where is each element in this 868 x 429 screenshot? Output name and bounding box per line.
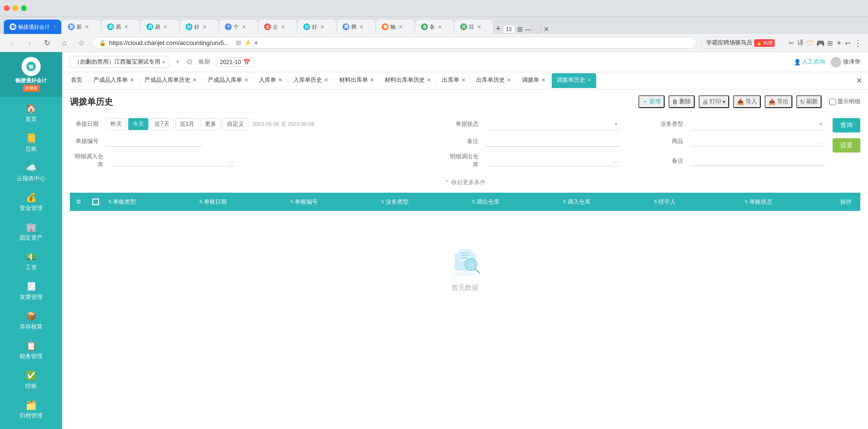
sidebar-item-tax[interactable]: 📋 税务管理 <box>0 336 62 365</box>
sidebar-item-inventory[interactable]: 📦 库存核算 <box>0 306 62 336</box>
out-warehouse-input[interactable] <box>486 155 611 166</box>
sidebar-item-invoice[interactable]: 🧾 发票管理 <box>0 276 62 306</box>
page-tab-close-11[interactable]: ✕ <box>587 77 591 83</box>
period-value[interactable]: 2021-10 📅 <box>216 57 255 67</box>
page-tab-close-1[interactable]: ✕ <box>130 77 134 83</box>
sidebar-item-settle[interactable]: ✅ 结账 <box>0 365 62 395</box>
page-tab-3[interactable]: 产成品入库单 ✕ <box>203 73 253 88</box>
close-all-tabs-btn[interactable]: ✕ <box>854 74 864 87</box>
browser-tab-11[interactable]: 各 各 ✕ <box>415 20 454 34</box>
sidebar-item-settings[interactable]: ⚙️ 基础设置 <box>0 425 62 429</box>
forward-btn[interactable]: › <box>23 36 36 50</box>
page-tab-close-8[interactable]: ✕ <box>461 77 466 83</box>
sidebar-item-reports[interactable]: ☁️ 云报表中心 <box>0 158 62 187</box>
browser-tab[interactable]: 畅 畅捷通好会计 ✕ <box>4 20 61 34</box>
note-input[interactable] <box>486 136 620 147</box>
service-btn[interactable]: 👤 人工咨询 <box>794 58 825 66</box>
page-tab-9[interactable]: 出库单历史 ✕ <box>471 73 516 88</box>
back-btn[interactable]: ‹ <box>6 36 19 50</box>
sidebar-item-salary[interactable]: 💵 工资 <box>0 247 62 276</box>
in-warehouse-ellipsis[interactable]: … <box>228 157 234 164</box>
th-in[interactable]: ⇅ 调入仓库 <box>559 193 650 211</box>
date-btn-today[interactable]: 今天 <box>128 118 148 130</box>
in-warehouse-input[interactable] <box>111 155 226 166</box>
minimize-btn[interactable]: — <box>525 25 532 33</box>
page-tab-6[interactable]: 材料出库单 ✕ <box>334 73 379 88</box>
sidebar-item-ledger[interactable]: 📒 总账 <box>0 128 62 158</box>
refresh-btn[interactable]: ↻ <box>40 36 54 50</box>
page-tab-close-3[interactable]: ✕ <box>244 77 248 83</box>
page-tab-2[interactable]: 产成品入库单历史 ✕ <box>140 73 201 88</box>
date-btn-yesterday[interactable]: 昨天 <box>106 118 126 130</box>
address-bar[interactable]: 🔒 https://cloud.chanjet.com/accounting/u… <box>92 37 696 49</box>
note2-input[interactable] <box>691 155 825 166</box>
date-btn-1month[interactable]: 近1月 <box>176 118 199 130</box>
biz-type-select[interactable]: ▾ <box>691 119 825 130</box>
company-select[interactable]: （勿删勿禁用）江西服宝测试专用 ▾ <box>70 56 169 68</box>
page-tab-1[interactable]: 产成品入库单 ✕ <box>89 73 139 88</box>
browser-tab-5[interactable]: 好 好 ✕ <box>180 20 218 34</box>
th-biz[interactable]: ⇅ 业务类型 <box>377 193 468 211</box>
page-tab-11[interactable]: 调拨单历史 ✕ <box>552 73 596 88</box>
dropdown-nav-btn[interactable]: ▾ <box>255 39 258 46</box>
home-btn[interactable]: ⌂ <box>57 36 71 50</box>
query-btn[interactable]: 查询 <box>833 118 860 132</box>
page-tab-close-9[interactable]: ✕ <box>507 77 511 83</box>
refresh-btn-action[interactable]: ↻ 刷新 <box>796 95 822 108</box>
collapse-btn[interactable]: ⌃ 收起更多条件 <box>445 178 486 187</box>
sidebar-item-assets[interactable]: 🏢 固定资产 <box>0 217 62 247</box>
goods-input[interactable] <box>691 136 815 146</box>
date-btn-7days[interactable]: 近7天 <box>150 118 174 130</box>
sidebar-item-fund[interactable]: 💰 资金管理 <box>0 187 62 217</box>
add-company-btn[interactable]: + <box>175 57 180 67</box>
browser-tab-12[interactable]: 目 目 ✕ <box>455 20 493 34</box>
browser-tab-10[interactable]: 畅 畅 ✕ <box>376 20 414 34</box>
th-num[interactable]: ⇅ 单账编号 <box>286 193 377 211</box>
setting-btn[interactable]: 设置 <box>833 138 860 153</box>
sidebar-item-home[interactable]: 🏠 首页 <box>0 99 62 128</box>
page-tab-close-2[interactable]: ✕ <box>192 77 197 83</box>
th-out[interactable]: ⇅ 调出仓库 <box>468 193 559 211</box>
new-record-btn[interactable]: ＋ 新增 <box>638 95 665 108</box>
user-info[interactable]: 徐泽华 <box>831 57 860 67</box>
show-cols-checkbox[interactable] <box>829 99 836 105</box>
th-person[interactable]: ⇅ 经手人 <box>650 193 741 211</box>
select-all-checkbox[interactable] <box>92 198 99 205</box>
browser-tab-6[interactable]: 个 个 ✕ <box>219 20 257 34</box>
page-tab-close-10[interactable]: ✕ <box>541 77 545 83</box>
settings-gear-btn[interactable]: ⚙ <box>186 57 193 66</box>
th-type[interactable]: ⇅ 单账类型 <box>104 193 195 211</box>
browser-tab-3[interactable]: 易 易 ✕ <box>101 20 140 34</box>
new-tab-btn[interactable]: + <box>496 24 501 34</box>
page-tab-8[interactable]: 出库单 ✕ <box>437 73 470 88</box>
browser-tab-4[interactable]: 易 易 ✕ <box>141 20 179 34</box>
browser-tab-8[interactable]: 好 好 ✕ <box>298 20 336 34</box>
sidebar-item-archive[interactable]: 🗂️ 归档管理 <box>0 395 62 425</box>
page-tab-10[interactable]: 调拨单 ✕ <box>517 73 550 88</box>
print-btn[interactable]: 🖨 打印 ▾ <box>699 95 729 108</box>
page-tab-home[interactable]: 首页 <box>66 73 87 88</box>
export-btn[interactable]: 📤 导出 <box>765 95 792 108</box>
date-btn-more[interactable]: 更多 <box>200 118 221 130</box>
delete-btn[interactable]: 🗑 删除 <box>668 95 695 108</box>
browser-tab-9[interactable]: 腾 腾 ✕ <box>337 20 375 34</box>
th-gear[interactable]: ⚙ <box>70 193 87 211</box>
tab-menu-btn[interactable]: ⊞ <box>517 25 523 33</box>
page-tab-close-7[interactable]: ✕ <box>427 77 431 83</box>
page-tab-5[interactable]: 入库单历史 ✕ <box>289 73 333 88</box>
page-tab-4[interactable]: 入库单 ✕ <box>254 73 287 88</box>
doc-num-input[interactable] <box>106 136 202 147</box>
browser-tab-2[interactable]: 新 新 ✕ <box>62 20 100 34</box>
goods-ellipsis[interactable]: … <box>817 138 823 144</box>
page-tab-close-6[interactable]: ✕ <box>370 77 374 83</box>
browser-tab-7[interactable]: 企 企 ✕ <box>258 20 297 34</box>
th-date[interactable]: ⇅ 单账日期 <box>195 193 286 211</box>
th-checkbox[interactable] <box>87 193 104 211</box>
bookmark-btn[interactable]: ☆ <box>75 36 88 50</box>
page-tab-7[interactable]: 材料出库单历史 ✕ <box>380 73 436 88</box>
th-status[interactable]: ⇅ 单账状态 <box>741 193 832 211</box>
show-cols-toggle[interactable]: 显示明细 <box>829 98 860 106</box>
close-window-btn[interactable]: ✕ <box>544 25 549 33</box>
status-select[interactable]: ▾ <box>486 119 620 130</box>
out-warehouse-ellipsis[interactable]: … <box>612 157 618 164</box>
